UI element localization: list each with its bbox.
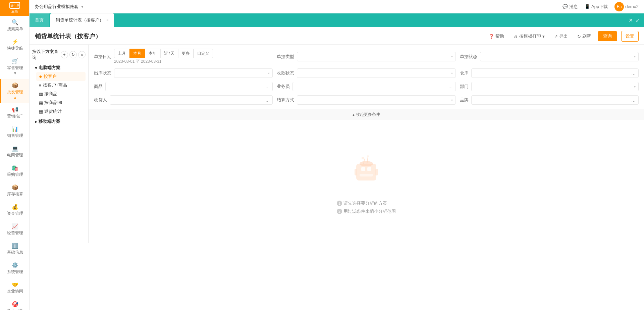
sidebar-item-retail[interactable]: 🛒 零售管理 ▾: [0, 55, 29, 79]
main-area: 办公用品行业模拟账套 ▾ 💬 消息 📱 App下载 Ea demo2 首页 销货…: [30, 0, 644, 310]
svg-point-8: [360, 161, 373, 166]
svg-rect-4: [367, 167, 371, 171]
date-last-month[interactable]: 上月: [114, 49, 129, 58]
tab-home[interactable]: 首页: [30, 13, 49, 27]
header-dropdown-icon[interactable]: ▾: [81, 4, 84, 9]
sidebar-item-label: 系统管理: [2, 269, 28, 275]
warehouse-control: …: [471, 68, 639, 78]
out-status-select[interactable]: ▾: [114, 68, 273, 78]
date-label: 单据日期: [94, 54, 111, 60]
wholesale-arrow-icon: ▴: [2, 95, 28, 100]
refresh-scheme-button[interactable]: ↻: [69, 51, 77, 58]
sidebar-item-purchase[interactable]: 🛍️ 采购管理: [0, 161, 29, 181]
sidebar-item-sales[interactable]: 📊 销售管理: [0, 122, 29, 142]
sidebar-item-collab[interactable]: 🤝 企业协同: [0, 278, 29, 298]
page-title: 销货单统计表（按客户）: [35, 32, 101, 40]
sidebar-item-search[interactable]: 🔍 搜索菜单: [0, 16, 29, 35]
out-status-chevron-icon: ▾: [268, 71, 270, 75]
receiver-input[interactable]: …: [110, 95, 273, 105]
pay-status-label: 收款状态: [277, 70, 294, 76]
sidebar-item-marketing[interactable]: 📢 营销推广: [0, 103, 29, 122]
tree-mobile-parent[interactable]: ▸ 移动端方案: [32, 117, 86, 126]
settings-button[interactable]: 设置: [621, 31, 639, 42]
left-panel-actions: + ↻ «: [61, 51, 86, 58]
settings-label: 设置: [626, 33, 634, 39]
sidebar-item-finance[interactable]: 💰 资金管理: [0, 200, 29, 220]
dept-select[interactable]: ▾: [471, 82, 639, 91]
sidebar-item-label: 库存核算: [2, 191, 28, 197]
sidebar-item-label: 采购管理: [2, 172, 28, 177]
sidebar-item-guide[interactable]: 🎯 新手引导: [0, 298, 29, 310]
page-actions: ❓ 帮助 🖨 按模板打印 ▾ ↗ 导出 ↻ 刷新: [486, 31, 639, 42]
template-print-button[interactable]: 🖨 按模板打印 ▾: [511, 32, 547, 41]
filter-row-4: 收货人 … 结算方式: [94, 95, 639, 105]
date-this-month[interactable]: 本月: [129, 49, 145, 58]
header-right: 💬 消息 📱 App下载 Ea demo2: [562, 2, 639, 11]
tree-item-by-goods99[interactable]: ▦ 按商品99: [36, 98, 86, 107]
tree-item-by-customer[interactable]: ● 按客户: [36, 72, 86, 81]
doc-status-control: ▾: [480, 52, 639, 61]
tree-item-by-customer-goods[interactable]: ≡ 按客户+商品: [36, 81, 86, 90]
export-button[interactable]: ↗ 导出: [551, 32, 571, 41]
basic-nav-icon: ℹ️: [2, 243, 28, 249]
sidebar-item-ecommerce[interactable]: 💻 电商管理: [0, 142, 29, 161]
doc-type-select[interactable]: ▾: [297, 52, 455, 61]
tab-sales-report[interactable]: 销货单统计表（按客户） ×: [50, 13, 114, 27]
tree-item-label: 按客户+商品: [43, 82, 67, 88]
date-this-year[interactable]: 本年: [145, 49, 160, 58]
sidebar-item-quick[interactable]: ⚡ 快捷导航: [0, 35, 29, 55]
warehouse-label: 仓库: [460, 70, 469, 76]
staff-dots-icon: …: [448, 84, 453, 89]
out-status-filter: 出库状态 ▾: [94, 68, 273, 78]
collapse-panel-button[interactable]: «: [78, 51, 86, 58]
dept-label: 部门: [460, 84, 469, 90]
receiver-dots-icon: …: [265, 98, 270, 103]
refresh-icon: ↻: [577, 34, 581, 39]
wholesale-nav-icon: 📦: [2, 82, 28, 89]
tree-item-by-goods[interactable]: ▦ 按商品: [36, 90, 86, 98]
date-custom[interactable]: 自定义: [194, 49, 213, 58]
staff-control: …: [292, 82, 455, 91]
help-icon: ❓: [489, 34, 494, 39]
doc-type-label: 单据类型: [277, 54, 294, 60]
sidebar-item-system[interactable]: ⚙️ 系统管理: [0, 259, 29, 278]
help-button[interactable]: ❓ 帮助: [486, 32, 507, 41]
filter-section: 按以下方案查询 + ↻ « ▾ 电脑端方案 ●: [30, 45, 644, 243]
user-menu[interactable]: Ea demo2: [614, 2, 639, 11]
tab-close-window-icon[interactable]: ✕: [629, 17, 633, 23]
sidebar-item-basic[interactable]: ℹ️ 基础信息: [0, 239, 29, 259]
staff-input[interactable]: …: [292, 82, 455, 91]
pay-status-select[interactable]: ▾: [297, 68, 455, 78]
tab-maximize-icon[interactable]: ⤢: [636, 17, 640, 23]
date-more[interactable]: 更多: [178, 49, 194, 58]
payment-select[interactable]: ▾: [297, 95, 455, 105]
sidebar-item-wholesale[interactable]: 📦 批发管理 ▴: [0, 79, 29, 103]
tabs-bar: 首页 销货单统计表（按客户） × ✕ ⤢: [30, 13, 644, 27]
message-button[interactable]: 💬 消息: [562, 4, 578, 10]
app-download-button[interactable]: 📱 App下载: [585, 4, 608, 10]
tree-desktop-parent[interactable]: ▾ 电脑端方案: [32, 63, 86, 72]
brand-input[interactable]: …: [471, 95, 639, 105]
query-button[interactable]: 查询: [598, 31, 617, 41]
collapse-label: 收起更多条件: [356, 112, 380, 117]
warehouse-input[interactable]: …: [471, 68, 639, 78]
svg-text:好生意: 好生意: [10, 4, 19, 7]
collapse-bar[interactable]: ▴ 收起更多条件: [89, 109, 644, 120]
sidebar-item-inventory[interactable]: 📦 库存核算: [0, 181, 29, 200]
sidebar-item-label: 搜索菜单: [2, 26, 28, 32]
doc-status-chevron-icon: ▾: [634, 55, 636, 58]
refresh-button[interactable]: ↻ 刷新: [575, 32, 594, 41]
add-scheme-button[interactable]: +: [61, 51, 68, 58]
sidebar: 好生意 标版 🔍 搜索菜单 ⚡ 快捷导航 🛒 零售管理 ▾ 📦 批发管理 ▴ 📢…: [0, 0, 30, 310]
sidebar-item-label: 资金管理: [2, 211, 28, 216]
sidebar-item-operation[interactable]: 📈 经营管理: [0, 220, 29, 239]
sidebar-item-label: 快捷导航: [2, 46, 28, 51]
tabs-actions: ✕ ⤢: [629, 17, 644, 23]
doc-status-select[interactable]: ▾: [480, 52, 639, 61]
tab-close-icon[interactable]: ×: [106, 18, 109, 22]
quick-nav-icon: ⚡: [2, 39, 28, 45]
date-7days[interactable]: 近7天: [160, 49, 178, 58]
tree-item-return-stats[interactable]: ▦ 退货统计: [36, 107, 86, 116]
goods-input[interactable]: …: [105, 82, 273, 91]
tab-home-label: 首页: [35, 17, 44, 23]
